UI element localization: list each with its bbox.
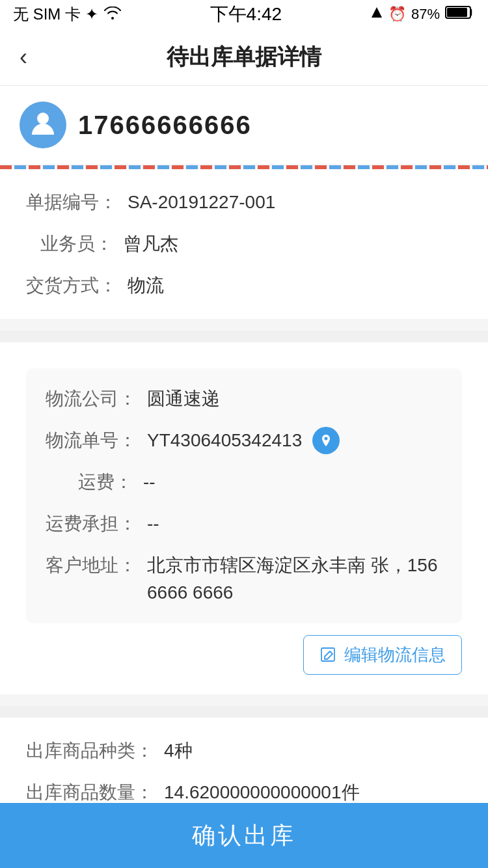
battery-icon — [445, 5, 475, 23]
type-count-value: 4种 — [164, 737, 462, 765]
battery-percent: 87% — [411, 6, 440, 23]
logistics-company-label: 物流公司： — [46, 385, 147, 413]
status-bar: 无 SIM 卡 ✦ 下午4:42 ⏰ 87% — [0, 0, 488, 29]
logistics-box: 物流公司： 圆通速递 物流单号： YT4306405342413 运费： -- — [26, 368, 462, 623]
nav-bar: ‹ 待出库单据详情 — [0, 29, 488, 86]
quantity-label: 出库商品数量： — [26, 779, 164, 806]
section-divider-1 — [0, 331, 488, 342]
address-row: 客户地址： 北京市市辖区海淀区永丰南 张，156 6666 6666 — [46, 552, 442, 606]
logistics-section: 物流公司： 圆通速递 物流单号： YT4306405342413 运费： -- — [0, 342, 488, 694]
section-divider-2 — [0, 706, 488, 718]
freight-bearer-row: 运费承担： -- — [46, 510, 442, 537]
edit-logistics-label: 编辑物流信息 — [344, 644, 446, 666]
customer-phone: 17666666666 — [78, 111, 252, 140]
quantity-row: 出库商品数量： 14.620000000000001件 — [26, 779, 462, 806]
location-indicator — [370, 6, 383, 23]
freight-value: -- — [143, 468, 442, 496]
status-right: ⏰ 87% — [370, 5, 475, 23]
logistics-company-row: 物流公司： 圆通速递 — [46, 385, 442, 413]
sales-person-value: 曾凡杰 — [124, 230, 462, 258]
status-left: 无 SIM 卡 ✦ — [13, 4, 122, 25]
logistics-company-value: 圆通速递 — [147, 385, 442, 413]
alarm-icon: ⏰ — [388, 6, 406, 23]
sim-signal: 无 SIM 卡 ✦ — [13, 4, 98, 25]
main-content: 无 SIM 卡 ✦ 下午4:42 ⏰ 87% — [0, 0, 488, 868]
delivery-method-value: 物流 — [128, 272, 462, 299]
delivery-method-row: 交货方式： 物流 — [26, 272, 462, 299]
map-pin-icon[interactable] — [312, 427, 340, 454]
freight-label: 运费： — [46, 468, 143, 496]
basic-info-section: 单据编号： SA-20191227-001 业务员： 曾凡杰 交货方式： 物流 — [0, 169, 488, 319]
confirm-button-bar[interactable]: 确认出库 — [0, 803, 488, 868]
confirm-button-label: 确认出库 — [192, 820, 296, 852]
type-count-label: 出库商品种类： — [26, 737, 164, 765]
page-title: 待出库单据详情 — [167, 42, 321, 72]
avatar — [20, 102, 66, 148]
status-time: 下午4:42 — [210, 2, 282, 27]
freight-row: 运费： -- — [46, 468, 442, 496]
svg-point-2 — [37, 113, 49, 124]
freight-bearer-label: 运费承担： — [46, 510, 147, 537]
document-number-label: 单据编号： — [26, 189, 128, 216]
edit-logistics-btn-row: 编辑物流信息 — [26, 635, 462, 675]
tracking-number-value: YT4306405342413 — [147, 427, 442, 454]
wifi-icon — [103, 5, 122, 23]
edit-icon — [319, 646, 338, 664]
customer-header: 17666666666 — [0, 86, 488, 164]
delivery-method-label: 交货方式： — [26, 272, 128, 299]
document-number-row: 单据编号： SA-20191227-001 — [26, 189, 462, 216]
address-label: 客户地址： — [46, 552, 147, 579]
quantity-value: 14.620000000000001件 — [164, 779, 462, 806]
address-value: 北京市市辖区海淀区永丰南 张，156 6666 6666 — [147, 552, 442, 606]
freight-bearer-value: -- — [147, 510, 442, 537]
back-button[interactable]: ‹ — [20, 37, 34, 77]
sales-person-row: 业务员： 曾凡杰 — [26, 230, 462, 258]
sales-person-label: 业务员： — [26, 230, 124, 258]
svg-rect-1 — [447, 8, 467, 17]
tracking-number-row: 物流单号： YT4306405342413 — [46, 427, 442, 454]
tracking-number-label: 物流单号： — [46, 427, 147, 454]
document-number-value: SA-20191227-001 — [128, 189, 462, 216]
edit-logistics-button[interactable]: 编辑物流信息 — [303, 635, 462, 675]
person-icon — [29, 109, 57, 142]
type-count-row: 出库商品种类： 4种 — [26, 737, 462, 765]
